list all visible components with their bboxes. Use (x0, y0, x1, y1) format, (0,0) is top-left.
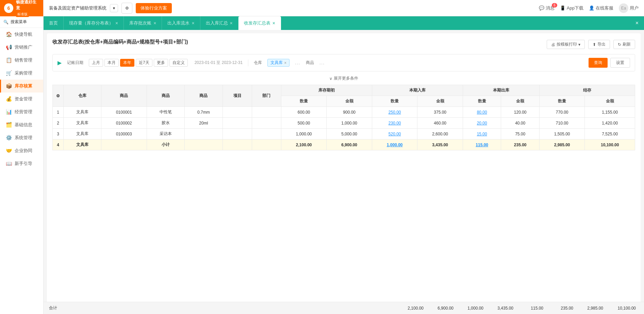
warehouse-tag-close-icon[interactable]: × (284, 61, 286, 65)
date-btn-7days[interactable]: 近7天 (136, 59, 152, 67)
expand-label: 展开更多条件 (334, 76, 358, 81)
col-in-amt-header: 金额 (417, 96, 463, 107)
tab-recv-send[interactable]: 收发存汇总表 × (238, 16, 281, 30)
export-button[interactable]: ⬆ 导出 (588, 40, 610, 49)
warehouse-filter-dots[interactable]: ... (295, 61, 300, 65)
row-dept (252, 129, 281, 139)
sidebar-item-label: 系统管理 (15, 135, 32, 141)
warehouse-tag[interactable]: 文具库 × (267, 59, 290, 67)
row-out-qty[interactable]: 80.00 (463, 107, 501, 118)
date-btn-this-month[interactable]: 本月 (104, 59, 119, 67)
col-open-header: 库存期初 (281, 85, 372, 96)
tab-close-icon[interactable]: × (273, 21, 275, 26)
print-button[interactable]: 🖨 按模板打印 ▾ (547, 40, 585, 49)
sidebar-item-purchase[interactable]: 🛒 采购管理 (0, 67, 43, 80)
row-code (101, 139, 147, 150)
filter-toggle-icon[interactable]: ▶ (57, 60, 62, 66)
export-icon: ⬆ (593, 42, 596, 47)
query-button[interactable]: 查询 (589, 58, 608, 68)
row-bal-qty: 770.00 (539, 107, 585, 118)
row-name: 采访本 (147, 129, 184, 139)
row-in-amt: 2,600.00 (417, 129, 463, 139)
row-open-qty: 2,100.00 (281, 139, 327, 150)
row-spec (184, 129, 222, 139)
row-no: 4 (53, 139, 64, 150)
trial-button[interactable]: 体验行业方案 (136, 3, 172, 13)
expand-conditions-button[interactable]: ∨ 展开更多条件 (329, 76, 358, 81)
row-in-qty[interactable]: 1,000.00 (372, 139, 417, 150)
sidebar-item-sales[interactable]: 📋 销售管理 (0, 54, 43, 67)
expand-bar: ∨ 展开更多条件 (52, 76, 635, 81)
row-in-qty[interactable]: 250.00 (372, 107, 417, 118)
row-bal-qty: 710.00 (539, 118, 585, 129)
row-code: 0100002 (101, 118, 147, 129)
row-dept (252, 139, 281, 150)
sidebar-item-marketing[interactable]: 📢 营销推广 (0, 41, 43, 54)
warehouse-tag-value: 文具库 (270, 60, 283, 66)
tab-label: 现存量（库存分布表） (69, 20, 113, 26)
row-no: 1 (53, 107, 64, 118)
settings-gear-button[interactable]: ⚙ (121, 3, 132, 14)
tab-flow[interactable]: 出入库流水 × (162, 16, 200, 30)
row-open-amt: 1,000.00 (327, 118, 372, 129)
page-title: 收发存汇总表(按仓库+商品编码+商品+规格型号+项目+部门) (52, 39, 188, 45)
sidebar-item-quick-nav[interactable]: 🏠 快捷导航 (0, 28, 43, 41)
row-out-amt: 40.00 (501, 118, 540, 129)
total-qty-in: 1,000.00 (456, 306, 486, 311)
sidebar-item-label: 资金管理 (15, 96, 32, 102)
col-out-qty-header: 数量 (463, 96, 501, 107)
sidebar-item-finance[interactable]: 💰 资金管理 (0, 93, 43, 105)
row-out-qty[interactable]: 115.00 (463, 139, 501, 150)
tab-in-out-summary[interactable]: 出入库汇总 × (200, 16, 238, 30)
search-icon: 🔍 (3, 20, 9, 24)
row-open-qty: 1,000.00 (281, 129, 327, 139)
sidebar-item-ops[interactable]: 📊 经营管理 (0, 105, 43, 118)
sidebar-item-basic[interactable]: 🗂️ 基础信息 (0, 118, 43, 131)
sidebar-item-system[interactable]: ⚙️ 系统管理 (0, 131, 43, 144)
gear-icon: ⚙ (125, 6, 129, 11)
row-bal-amt: 1,155.00 (585, 107, 635, 118)
row-in-qty[interactable]: 230.00 (372, 118, 417, 129)
sidebar-item-guide[interactable]: 📖 新手引导 (0, 157, 43, 170)
tab-close-icon[interactable]: × (115, 21, 118, 26)
app-download-button[interactable]: 📱 App下载 (560, 5, 583, 11)
row-dept (252, 107, 281, 118)
row-out-amt: 235.00 (501, 139, 540, 150)
tab-close-icon[interactable]: × (192, 21, 194, 26)
row-out-qty[interactable]: 15.00 (463, 129, 501, 139)
purchase-icon: 🛒 (6, 70, 12, 76)
sidebar-item-label: 基础信息 (15, 122, 32, 128)
total-qty-out: 115.00 (516, 306, 546, 311)
col-open-amt-header: 金额 (327, 96, 372, 107)
tab-bar-close-button[interactable]: × (630, 20, 644, 26)
col-dept-header: 部门 (252, 85, 281, 107)
date-btn-custom[interactable]: 自定义 (169, 59, 188, 67)
col-settings[interactable]: ⚙ (53, 85, 64, 107)
date-btn-more[interactable]: 更多 (154, 59, 168, 67)
sys-select[interactable]: ▾ (110, 4, 118, 12)
sidebar-item-search[interactable]: 🔍 搜索菜单 (0, 16, 43, 28)
date-btn-prev-month[interactable]: 上月 (89, 59, 103, 67)
goods-filter-dots[interactable]: ... (319, 61, 325, 65)
row-in-amt: 460.00 (417, 118, 463, 129)
row-in-qty[interactable]: 520.00 (372, 129, 417, 139)
date-btn-this-year[interactable]: 本年 (120, 59, 134, 67)
tab-close-icon[interactable]: × (230, 21, 233, 26)
sidebar-item-inventory[interactable]: 📦 库存核算 (0, 80, 43, 93)
user-button[interactable]: Ea 用户 (619, 3, 639, 13)
refresh-button[interactable]: ↻ 刷新 (613, 40, 635, 49)
row-out-qty[interactable]: 20.00 (463, 118, 501, 129)
tab-close-icon[interactable]: × (153, 21, 156, 26)
col-in-qty-header: 数量 (372, 96, 417, 107)
tab-inventory[interactable]: 现存量（库存分布表） × (64, 16, 124, 30)
row-name: 中性笔 (147, 107, 184, 118)
sidebar-item-collab[interactable]: 🤝 企业协同 (0, 144, 43, 157)
avatar: Ea (619, 3, 628, 13)
tab-batch[interactable]: 库存批次账 × (124, 16, 162, 30)
online-service-button[interactable]: 👤 在线客服 (589, 5, 613, 11)
settings-button[interactable]: 设置 (610, 58, 630, 68)
sidebar-item-label: 企业协同 (15, 148, 32, 154)
tab-home[interactable]: 首页 (44, 16, 64, 30)
message-button[interactable]: 💬 消息 6 (539, 5, 555, 11)
date-buttons: 上月 本月 本年 近7天 更多 自定义 (89, 59, 188, 67)
